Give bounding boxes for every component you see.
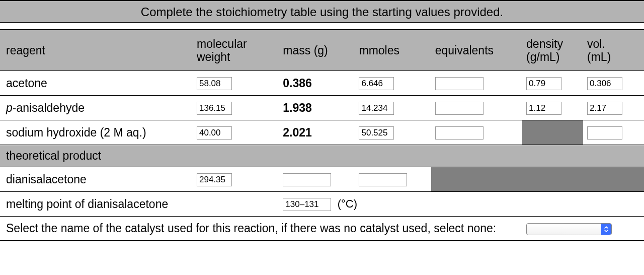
- header-mmoles: mmoles: [355, 30, 431, 71]
- table-title: Complete the stoichiometry table using t…: [0, 1, 644, 23]
- disabled-cell: [431, 167, 522, 192]
- density-input[interactable]: 0.79: [526, 77, 561, 90]
- mw-input[interactable]: 40.00: [197, 126, 232, 140]
- mass-value: 2.021: [279, 120, 355, 145]
- reagent-name: p-anisaldehyde: [0, 96, 193, 120]
- melting-point-unit: (°C): [338, 197, 357, 210]
- melting-point-input[interactable]: 130–131: [283, 198, 331, 211]
- header-density-line1: density: [526, 37, 563, 50]
- header-mw-line1: molecular: [197, 37, 247, 50]
- table-row: acetone 58.08 0.386 6.646 0.79 0.306: [0, 71, 644, 96]
- mmoles-input[interactable]: 14.234: [359, 102, 394, 115]
- header-reagent: reagent: [0, 30, 193, 71]
- table-row: sodium hydroxide (2 M aq.) 40.00 2.021 5…: [0, 120, 644, 145]
- mass-value: 1.938: [279, 96, 355, 120]
- header-equivalents: equivalents: [431, 30, 522, 71]
- header-vol-line2: (mL): [587, 50, 611, 63]
- melting-point-row: melting point of dianisalacetone 130–131…: [0, 192, 644, 217]
- product-name: dianisalacetone: [0, 167, 193, 192]
- table-row: dianisalacetone 294.35: [0, 167, 644, 192]
- mw-input[interactable]: 294.35: [197, 173, 232, 186]
- vol-input[interactable]: 2.17: [587, 102, 622, 115]
- disabled-cell: [522, 167, 583, 192]
- equivalents-input[interactable]: [435, 102, 484, 115]
- stoichiometry-table: Complete the stoichiometry table using t…: [0, 0, 644, 241]
- melting-point-label: melting point of dianisalacetone: [0, 192, 279, 217]
- mmoles-input[interactable]: 50.525: [359, 126, 394, 140]
- reagent-rest: sodium hydroxide (2 M aq.): [6, 126, 146, 139]
- reagent-name: acetone: [0, 71, 193, 96]
- mw-input[interactable]: 136.15: [197, 102, 232, 115]
- density-input[interactable]: 1.12: [526, 102, 561, 115]
- header-vol: vol. (mL): [583, 30, 644, 71]
- vol-input[interactable]: 0.306: [587, 77, 622, 90]
- reagent-name: sodium hydroxide (2 M aq.): [0, 120, 193, 145]
- mass-input[interactable]: [283, 173, 331, 186]
- disabled-cell: [583, 167, 644, 192]
- catalyst-prompt: Select the name of the catalyst used for…: [0, 216, 522, 241]
- catalyst-row: Select the name of the catalyst used for…: [0, 216, 644, 241]
- mass-value: 0.386: [279, 71, 355, 96]
- table-row: p-anisaldehyde 136.15 1.938 14.234 1.12 …: [0, 96, 644, 120]
- spacer: [0, 23, 644, 30]
- header-molecular-weight: molecular weight: [193, 30, 279, 71]
- chevron-up-down-icon: [601, 224, 611, 235]
- mmoles-input[interactable]: [359, 173, 407, 186]
- theoretical-product-header: theoretical product: [0, 145, 644, 167]
- header-vol-line1: vol.: [587, 37, 605, 50]
- equivalents-input[interactable]: [435, 77, 484, 90]
- header-density: density (g/mL): [522, 30, 583, 71]
- equivalents-input[interactable]: [435, 126, 484, 140]
- reagent-rest: acetone: [6, 77, 47, 90]
- disabled-cell: [522, 120, 583, 145]
- header-density-line2: (g/mL): [526, 50, 559, 63]
- header-mass: mass (g): [279, 30, 355, 71]
- mmoles-input[interactable]: 6.646: [359, 77, 394, 90]
- reagent-rest: -anisaldehyde: [13, 101, 85, 114]
- vol-input[interactable]: [587, 126, 622, 140]
- reagent-prefix: p: [6, 101, 13, 114]
- header-mw-line2: weight: [197, 50, 230, 63]
- mw-input[interactable]: 58.08: [197, 77, 232, 90]
- catalyst-select[interactable]: [526, 223, 612, 235]
